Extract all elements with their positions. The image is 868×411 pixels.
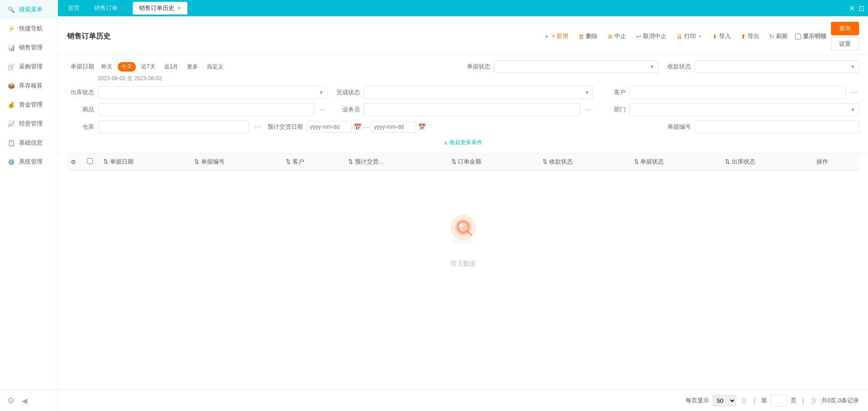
expected-delivery-to[interactable] [371, 121, 416, 133]
tab-sales-order-history-close[interactable]: ✕ [177, 5, 181, 11]
sort-doc-number-icon[interactable]: ⇅ [194, 158, 199, 165]
filter-customer: 客户 ··· [599, 86, 859, 99]
sort-expected-delivery-icon[interactable]: ⇅ [348, 158, 353, 165]
delivery-status-select[interactable] [98, 86, 327, 99]
sidebar-item-basic-info[interactable]: 📋 基础信息 [0, 133, 58, 152]
sidebar-item-operations[interactable]: 📈 经营管理 [0, 114, 58, 133]
page-title: 销售订单历史 [67, 32, 110, 41]
next-page-button[interactable]: ⟩ [800, 396, 806, 405]
tab-home[interactable]: 首页 [62, 2, 86, 15]
new-button[interactable]: ＋ + 新增 [541, 30, 571, 42]
setting-button[interactable]: 设置 [831, 37, 859, 51]
customer-label: 客户 [599, 88, 626, 97]
delete-button[interactable]: 🗑 删除 [575, 30, 600, 42]
empty-state: 暂无数据 [67, 171, 859, 304]
first-page-button[interactable]: ⟨⟨ [740, 396, 748, 405]
sidebar-item-sales[interactable]: 📊 销售管理 [0, 38, 58, 57]
sort-doc-status-icon[interactable]: ⇅ [634, 158, 639, 165]
sort-doc-date-icon[interactable]: ⇅ [103, 158, 108, 165]
page-size-select[interactable]: 50 10 20 100 [713, 395, 736, 406]
inventory-icon: 📦 [7, 82, 15, 90]
sidebar-item-sys-mgmt[interactable]: ⚙️ 系统管理 [0, 152, 58, 171]
export-button[interactable]: ⬆ 导出 [738, 30, 762, 42]
date-chip-more[interactable]: 更多 [183, 62, 201, 72]
warehouse-label: 仓库 [67, 123, 94, 131]
salesperson-ellipsis-icon[interactable]: ··· [584, 106, 593, 114]
toolbar: ＋ + 新增 🗑 删除 ⊘ 中止 ↩ 取消中止 🖨 打印 [541, 22, 859, 51]
date-chip-7days[interactable]: 近7天 [138, 62, 159, 72]
chevron-up-icon: ∧ [444, 140, 448, 146]
sidebar-item-quick-nav[interactable]: ⚡ 快捷导航 [0, 19, 58, 38]
th-doc-date: ⇅ 单据日期 [100, 153, 191, 171]
sidebar-item-inventory[interactable]: 📦 库存核算 [0, 76, 58, 95]
salesperson-input[interactable] [364, 103, 580, 116]
stop-icon: ⊘ [608, 33, 613, 40]
payment-status-select[interactable] [695, 60, 859, 73]
query-button[interactable]: 查询 [831, 22, 859, 35]
complete-status-select-wrapper: ▼ [364, 86, 593, 99]
product-input[interactable] [98, 103, 314, 116]
last-page-button[interactable]: ⟩⟩ [810, 396, 818, 405]
product-ellipsis-icon[interactable]: ··· [318, 106, 327, 114]
page-number-input[interactable]: 1 [771, 395, 787, 406]
print-button[interactable]: 🖨 打印 ▼ [674, 30, 705, 42]
prev-page-button[interactable]: ⟨ [752, 396, 758, 405]
cancel-stop-icon: ↩ [636, 33, 641, 40]
filter-row-3: 商品 ··· 业务员 ··· 部门 ▼ [67, 103, 859, 116]
customer-ellipsis-icon[interactable]: ··· [849, 88, 859, 97]
complete-status-label: 完成状态 [333, 88, 360, 97]
data-table: ⚙ ⇅ 单据日期 ⇅ 单据编号 [67, 153, 859, 171]
payment-status-label: 收款状态 [664, 63, 691, 71]
sort-payment-status-icon[interactable]: ⇅ [542, 158, 547, 165]
date-chip-1month[interactable]: 近1月 [161, 62, 182, 72]
refresh-button[interactable]: ↻ 刷新 [767, 30, 791, 42]
collapse-button[interactable]: ∧ 收起更多条件 [67, 138, 859, 147]
sort-delivery-status-icon[interactable]: ⇅ [725, 158, 730, 165]
filter-area: 单据日期 昨天 今天 近7天 近1月 更多 自定义 单据状态 [58, 55, 868, 153]
date-input-group: 📅 — 📅 [307, 121, 426, 133]
query-btns: 查询 设置 [831, 22, 859, 51]
complete-status-select[interactable] [364, 86, 593, 99]
sidebar-item-finance[interactable]: 💰 资金管理 [0, 95, 58, 114]
search-menu-icon: 🔍 [7, 5, 15, 14]
date-chip-today[interactable]: 今天 [118, 62, 136, 72]
date-chip-yesterday[interactable]: 昨天 [98, 62, 116, 72]
date-chip-custom[interactable]: 自定义 [203, 62, 227, 72]
import-button[interactable]: ⬇ 导入 [710, 30, 734, 42]
sort-customer-icon[interactable]: ⇅ [286, 158, 291, 165]
display-dense-checkbox[interactable] [795, 34, 801, 39]
sidebar-collapse-icon[interactable]: ◀ [22, 396, 27, 405]
tab-sales-order-history[interactable]: 销售订单历史 ✕ [133, 2, 187, 15]
customer-input[interactable] [629, 86, 846, 99]
warehouse-ellipsis-icon[interactable]: ··· [253, 123, 262, 131]
filter-complete-status: 完成状态 ▼ [333, 86, 593, 99]
doc-number-input[interactable] [695, 121, 859, 133]
sort-order-amount-icon[interactable]: ⇅ [451, 158, 456, 165]
print-icon: 🖨 [676, 33, 682, 40]
filter-date: 单据日期 昨天 今天 近7天 近1月 更多 自定义 [67, 62, 458, 72]
expected-delivery-from[interactable] [307, 121, 352, 133]
tab-sales-order[interactable]: 销售订单 ✕ [88, 2, 131, 15]
sidebar-item-search[interactable]: 🔍 搜索菜单 [0, 0, 58, 19]
calendar-from-icon[interactable]: 📅 [354, 123, 361, 131]
sidebar-item-purchase[interactable]: 🛒 采购管理 [0, 57, 58, 76]
department-select[interactable] [629, 103, 859, 116]
th-checkbox [83, 153, 100, 171]
tab-sales-order-close[interactable]: ✕ [120, 5, 125, 11]
sidebar-settings-icon[interactable]: ⚙ [7, 396, 14, 406]
tab-bar-close-icon[interactable]: ✕ [849, 4, 855, 13]
display-dense-checkbox-label[interactable]: 显示明细 [795, 32, 826, 40]
expected-delivery-label: 预计交货日期 [268, 123, 303, 131]
th-customer: ⇅ 客户 [282, 153, 345, 171]
calendar-to-icon[interactable]: 📅 [418, 123, 426, 131]
filter-row-1: 单据日期 昨天 今天 近7天 近1月 更多 自定义 单据状态 [67, 60, 859, 73]
warehouse-input[interactable] [98, 121, 249, 133]
table-settings-icon[interactable]: ⚙ [71, 159, 76, 165]
sys-mgmt-icon: ⚙️ [7, 158, 15, 166]
cancel-stop-button[interactable]: ↩ 取消中止 [633, 30, 669, 42]
tab-bar-restore-icon[interactable]: ⊡ [858, 4, 864, 13]
refresh-icon: ↻ [769, 33, 774, 40]
stop-button[interactable]: ⊘ 中止 [605, 30, 629, 42]
doc-status-select[interactable] [494, 60, 658, 73]
select-all-checkbox[interactable] [87, 158, 93, 164]
